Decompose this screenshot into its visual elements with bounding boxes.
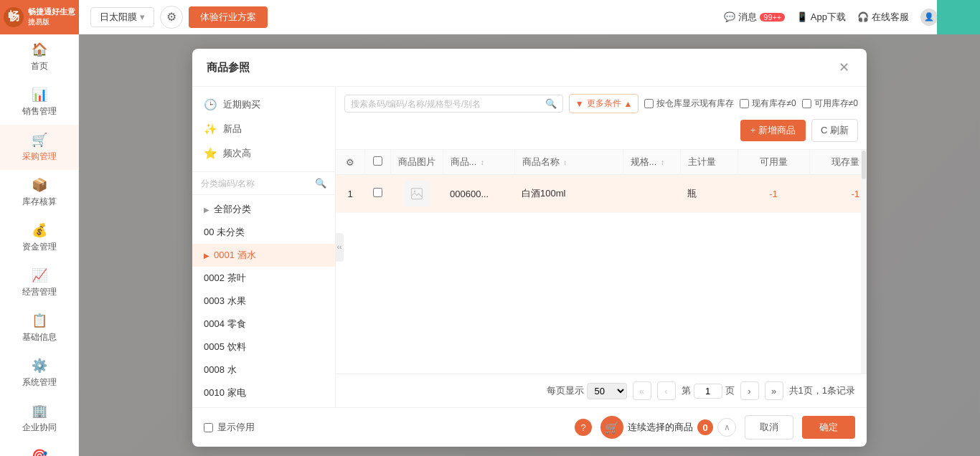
- messages-nav-item[interactable]: 💬 消息 99++: [724, 11, 785, 24]
- sidebar-item-guide[interactable]: 🎯 新手引导: [0, 441, 78, 456]
- show-disabled-group: 显示停用: [204, 421, 255, 434]
- table-header-unit: 主计量: [680, 150, 738, 175]
- clock-icon: 🕒: [204, 98, 217, 111]
- next-page-button[interactable]: ›: [740, 381, 759, 400]
- sort-icon: ↕: [481, 158, 484, 166]
- table-header-code[interactable]: 商品... ↕: [443, 150, 514, 175]
- page-number-input[interactable]: [694, 384, 722, 399]
- sidebar-item-inventory[interactable]: 📦 库存核算: [0, 170, 78, 215]
- category-label: 0008 水: [204, 364, 237, 376]
- app-download-nav-item[interactable]: 📱 App下载: [796, 11, 846, 24]
- show-disabled-checkbox[interactable]: [204, 423, 213, 432]
- row-unit: 瓶: [680, 175, 738, 213]
- warehouse-stock-checkbox[interactable]: [644, 99, 654, 108]
- sales-icon: 📊: [32, 87, 47, 103]
- settings-button[interactable]: ⚙: [160, 6, 183, 29]
- table-scrollbar[interactable]: [861, 150, 867, 374]
- sidebar-item-finance[interactable]: 💰 资金管理: [0, 215, 78, 260]
- trial-button[interactable]: 体验行业方案: [189, 6, 268, 28]
- stock-ne-checkbox[interactable]: [740, 99, 749, 108]
- logo-area[interactable]: 畅 畅捷通好生意 捷易版: [0, 0, 79, 34]
- cart-button[interactable]: 🛒: [600, 416, 623, 439]
- sidebar-item-label: 库存核算: [22, 196, 57, 208]
- table-header-check[interactable]: [364, 150, 390, 175]
- filter-more-button[interactable]: ▼ 更多条件 ▲: [569, 94, 639, 113]
- page-size-dropdown[interactable]: 10 20 50 100: [587, 383, 627, 399]
- refresh-button[interactable]: C 刷新: [811, 119, 858, 142]
- cancel-button[interactable]: 取消: [745, 415, 793, 440]
- modal-close-button[interactable]: ✕: [835, 59, 852, 76]
- checkbox-stock-ne[interactable]: 现有库存≠0: [740, 98, 796, 110]
- table-row[interactable]: 1: [336, 175, 867, 213]
- confirm-button[interactable]: 确定: [802, 416, 855, 439]
- checkbox-warehouse-stock[interactable]: 按仓库显示现有库存: [644, 98, 734, 110]
- toolbar-right-buttons: + 新增商品 C 刷新: [740, 119, 858, 142]
- category-item-0010[interactable]: 0010 家电: [192, 381, 335, 404]
- message-badge: 99++: [760, 13, 785, 22]
- sidebar-item-operations[interactable]: 📈 经营管理: [0, 260, 78, 305]
- top-nav: 畅 畅捷通好生意 捷易版 日太阳膜 ▾ ⚙ 体验行业方案 💬 消息 99++ 📱…: [0, 0, 980, 34]
- search-icon[interactable]: 🔍: [545, 98, 557, 109]
- sidebar-item-home[interactable]: 🏠 首页: [0, 34, 78, 80]
- category-item-0008[interactable]: 0008 水: [192, 358, 335, 381]
- select-all-checkbox[interactable]: [373, 156, 382, 166]
- avail-ne-checkbox[interactable]: [802, 99, 811, 108]
- collapse-panel-button[interactable]: ‹‹: [335, 233, 344, 262]
- category-search-input[interactable]: [201, 179, 312, 189]
- nav-center: 日太阳膜 ▾ ⚙ 体验行业方案: [90, 6, 724, 29]
- scrollbar-thumb[interactable]: [862, 151, 866, 179]
- prev-page-button[interactable]: ‹: [657, 381, 676, 400]
- table-header-settings[interactable]: ⚙: [336, 150, 364, 175]
- product-search-input[interactable]: [351, 99, 542, 109]
- help-button[interactable]: ?: [575, 419, 592, 436]
- table-header-name[interactable]: 商品名称 ↕: [514, 150, 623, 175]
- first-page-button[interactable]: «: [633, 381, 651, 400]
- operations-icon: 📈: [32, 267, 47, 283]
- table-header-stock: 现存量: [809, 150, 867, 175]
- sidebar-item-sales[interactable]: 📊 销售管理: [0, 80, 78, 125]
- filter-icon: ▼: [575, 99, 584, 109]
- category-item-0001[interactable]: ▶ 0001 酒水: [192, 244, 335, 267]
- sidebar-item-purchase[interactable]: 🛒 采购管理: [0, 125, 78, 170]
- sidebar-item-system[interactable]: ⚙️ 系统管理: [0, 351, 78, 396]
- filter-arrow-icon: ▲: [624, 99, 633, 109]
- tab-recent-purchase[interactable]: 🕒 近期购买: [192, 92, 335, 117]
- table-header-available: 可用量: [738, 150, 809, 175]
- page-label: 第: [682, 384, 691, 397]
- category-item-0003[interactable]: 0003 水果: [192, 290, 335, 313]
- row-stock: -1: [809, 175, 867, 213]
- collapse-cart-button[interactable]: ∧: [717, 418, 736, 437]
- modal-overlay[interactable]: 商品参照 ✕ 🕒 近期购买 ✨: [79, 34, 980, 456]
- row-checkbox[interactable]: [373, 188, 382, 197]
- nav-right: 💬 消息 99++ 📱 App下载 🎧 在线客服 👤 徐泽华: [724, 9, 969, 26]
- row-code: 000600...: [443, 175, 514, 213]
- category-label: 全部分类: [214, 203, 251, 216]
- row-checkbox-cell[interactable]: [364, 175, 390, 213]
- enterprise-icon: 🏢: [32, 403, 47, 419]
- category-item-0004[interactable]: 0004 零食: [192, 313, 335, 336]
- category-search-icon[interactable]: 🔍: [315, 178, 326, 189]
- table-header-spec[interactable]: 规格... ↕: [623, 150, 680, 175]
- pagination: 每页显示 10 20 50 100 « ‹: [336, 374, 867, 407]
- category-item-0002[interactable]: 0002 茶叶: [192, 267, 335, 290]
- sidebar-item-label: 经营管理: [22, 286, 57, 298]
- category-item-all[interactable]: ▶ 全部分类: [192, 198, 335, 221]
- phone-icon: 📱: [796, 11, 808, 22]
- online-service-nav-item[interactable]: 🎧 在线客服: [857, 11, 909, 24]
- category-expand-icon: ▶: [204, 206, 209, 214]
- tab-frequent[interactable]: ⭐ 频次高: [192, 141, 335, 166]
- left-sidebar: 🏠 首页 📊 销售管理 🛒 采购管理 📦 库存核算 💰 资金管理 📈 经营管理 …: [0, 34, 79, 456]
- modal-header: 商品参照 ✕: [192, 49, 867, 87]
- add-product-button[interactable]: + 新增商品: [740, 120, 806, 141]
- tab-new-products[interactable]: ✨ 新品: [192, 117, 335, 141]
- footer-right: ? 🛒 连续选择的商品 0 ∧ 取消 确定: [575, 415, 855, 440]
- sidebar-item-enterprise[interactable]: 🏢 企业协同: [0, 396, 78, 441]
- modal-left-tabs: 🕒 近期购买 ✨ 新品 ⭐ 频次高: [192, 87, 335, 172]
- cart-label: 连续选择的商品: [628, 421, 693, 434]
- category-item-0005[interactable]: 0005 饮料: [192, 336, 335, 358]
- last-page-button[interactable]: »: [765, 381, 783, 400]
- checkbox-avail-ne[interactable]: 可用库存≠0: [802, 98, 858, 110]
- category-item-00[interactable]: 00 未分类: [192, 221, 335, 244]
- nav-dropdown[interactable]: 日太阳膜 ▾: [90, 7, 154, 27]
- sidebar-item-basic[interactable]: 📋 基础信息: [0, 305, 78, 351]
